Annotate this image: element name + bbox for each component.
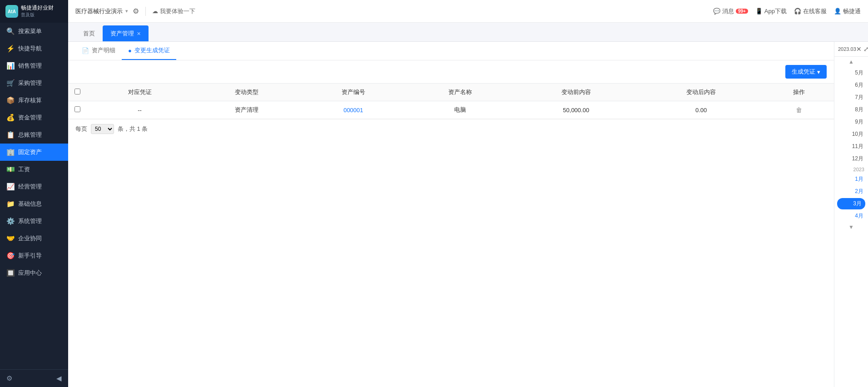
tab-home[interactable]: 首页: [75, 25, 103, 41]
delete-icon[interactable]: 🗑: [796, 106, 802, 114]
row-before-change: 50,000.00: [514, 101, 639, 119]
tab-asset-mgmt[interactable]: 资产管理 ✕: [103, 25, 149, 41]
date-month-10[interactable]: 10月: [834, 128, 868, 140]
app-download-button[interactable]: 📱 App下载: [755, 7, 787, 15]
table-header-after-change: 变动后内容: [639, 84, 764, 101]
date-month-6[interactable]: 6月: [834, 79, 868, 91]
top-header: 医疗器械行业演示 ▾ ⚙ ☁ 我要体验一下 💬 消息 99+ 📱 App下载 🎧…: [68, 0, 868, 23]
app-center-icon: 🔲: [6, 269, 15, 277]
content-area: 📄 资产明细 ● 变更生成凭证 生成凭证 ▾: [68, 42, 868, 387]
sidebar-item-sales[interactable]: 📊 销售管理: [0, 57, 68, 74]
date-month-2023-3[interactable]: 3月: [837, 198, 865, 209]
generate-voucher-label: 生成凭证: [792, 68, 815, 76]
app-download-icon: 📱: [755, 8, 763, 15]
sidebar-item-app-center[interactable]: 🔲 应用中心: [0, 264, 68, 282]
table-header-asset-code: 资产编号: [300, 84, 407, 101]
user-button[interactable]: 👤 畅捷通: [834, 7, 861, 15]
tab-close-icon[interactable]: ✕: [137, 31, 141, 37]
main-area: 医疗器械行业演示 ▾ ⚙ ☁ 我要体验一下 💬 消息 99+ 📱 App下载 🎧…: [68, 0, 868, 387]
sidebar-item-quick-nav[interactable]: ⚡ 快捷导航: [0, 40, 68, 57]
sidebar-item-label: 经营管理: [18, 183, 42, 191]
date-month-2023-4[interactable]: 4月: [834, 210, 868, 222]
tab-home-label: 首页: [83, 30, 95, 38]
sidebar-item-system[interactable]: ⚙️ 系统管理: [0, 213, 68, 230]
sidebar-item-purchase[interactable]: 🛒 采购管理: [0, 74, 68, 92]
date-month-5[interactable]: 5月: [834, 67, 868, 79]
right-panel: 2023.03 ✕ ⤢ ▲ 5月 6月 7月 8月: [834, 42, 868, 387]
user-icon: 👤: [834, 8, 841, 15]
sidebar-item-ledger[interactable]: 📋 总账管理: [0, 126, 68, 144]
table-header-checkbox: [68, 84, 86, 101]
sidebar-item-cooperation[interactable]: 🤝 企业协同: [0, 230, 68, 247]
header-divider: [145, 7, 146, 16]
sidebar-item-search[interactable]: 🔍 搜索菜单: [0, 23, 68, 40]
logo-sub: 普及版: [21, 12, 54, 18]
row-asset-code: 000001: [300, 101, 407, 119]
sidebar-footer: ⚙ ◀: [0, 369, 68, 387]
year-2023-label: 2023: [834, 165, 868, 173]
date-month-2023-2[interactable]: 2月: [834, 185, 868, 198]
row-change-type: 资产清理: [193, 101, 300, 119]
page-size-select[interactable]: 10 20 50 100: [91, 124, 114, 134]
table-header-before-change: 变动前内容: [514, 84, 639, 101]
customer-service-button[interactable]: 🎧 在线客服: [794, 7, 827, 15]
settings-gear-icon[interactable]: ⚙: [133, 7, 139, 15]
sidebar-item-label: 销售管理: [18, 62, 42, 70]
sidebar-item-basic-info[interactable]: 📁 基础信息: [0, 195, 68, 213]
date-month-12[interactable]: 12月: [834, 153, 868, 165]
sidebar-item-guide[interactable]: 🎯 新手引导: [0, 247, 68, 264]
table-header-voucher: 对应凭证: [86, 84, 193, 101]
settings-icon[interactable]: ⚙: [6, 374, 12, 382]
table-header-change-type: 变动类型: [193, 84, 300, 101]
experience-button[interactable]: ☁ 我要体验一下: [152, 7, 195, 15]
row-after-change: 0.00: [639, 101, 764, 119]
fixed-assets-icon: 🏢: [6, 148, 15, 156]
notification-button[interactable]: 💬 消息 99+: [713, 7, 748, 15]
operation-icon: 📈: [6, 183, 15, 191]
table-header-asset-name: 资产名称: [407, 84, 513, 101]
company-selector[interactable]: 医疗器械行业演示 ▾: [75, 7, 128, 15]
sidebar-item-operation[interactable]: 📈 经营管理: [0, 178, 68, 195]
generate-voucher-button[interactable]: 生成凭证 ▾: [785, 65, 827, 79]
select-all-checkbox[interactable]: [74, 89, 80, 94]
user-label: 畅捷通: [843, 7, 861, 15]
sidebar-item-inventory[interactable]: 📦 库存核算: [0, 92, 68, 109]
sidebar-item-fixed-assets[interactable]: 🏢 固定资产: [0, 144, 68, 161]
page-size-label: 每页: [75, 125, 87, 133]
notification-badge: 99+: [736, 9, 748, 14]
panel-close-icon[interactable]: ✕: [856, 45, 862, 53]
basic-info-icon: 📁: [6, 200, 15, 208]
sales-icon: 📊: [6, 62, 15, 70]
total-label: 条，共 1 条: [118, 125, 148, 133]
sidebar-item-label: 搜索菜单: [18, 27, 42, 35]
sidebar-item-capital[interactable]: 💰 资金管理: [0, 109, 68, 126]
date-month-8[interactable]: 8月: [834, 104, 868, 116]
ledger-icon: 📋: [6, 131, 15, 139]
inventory-icon: 📦: [6, 96, 15, 104]
row-asset-name: 电脑: [407, 101, 513, 119]
sidebar: AtA 畅捷通好业财 普及版 🔍 搜索菜单 ⚡ 快捷导航 📊 销售管理 🛒 采购…: [0, 0, 68, 387]
dropdown-arrow-icon: ▾: [817, 69, 820, 75]
quick-nav-icon: ⚡: [6, 45, 15, 53]
date-month-9[interactable]: 9月: [834, 116, 868, 128]
sidebar-item-salary[interactable]: 💵 工资: [0, 161, 68, 178]
logo-icon: AtA: [5, 5, 18, 18]
collapse-icon[interactable]: ◀: [56, 374, 62, 382]
date-month-2023-1[interactable]: 1月: [834, 173, 868, 185]
sub-tab-change-voucher[interactable]: ● 变更生成凭证: [122, 42, 176, 60]
row-checkbox[interactable]: [74, 106, 80, 112]
sidebar-item-label: 采购管理: [18, 79, 42, 87]
panel-expand-icon[interactable]: ⤢: [863, 45, 868, 53]
company-dropdown-icon: ▾: [125, 8, 128, 14]
panel-year-label: 2023.03: [838, 46, 856, 52]
tab-asset-mgmt-label: 资产管理: [110, 30, 134, 38]
date-month-7[interactable]: 7月: [834, 91, 868, 104]
sidebar-item-label: 库存核算: [18, 96, 42, 104]
sub-tab-asset-detail[interactable]: 📄 资产明细: [75, 42, 122, 60]
date-scroll-down-icon[interactable]: ▼: [834, 222, 868, 232]
date-month-11[interactable]: 11月: [834, 140, 868, 153]
date-scroll-up-icon[interactable]: ▲: [834, 57, 868, 67]
sidebar-item-label: 工资: [18, 165, 30, 174]
right-panel-header: 2023.03 ✕ ⤢: [834, 42, 868, 57]
sidebar-item-label: 固定资产: [18, 148, 42, 156]
